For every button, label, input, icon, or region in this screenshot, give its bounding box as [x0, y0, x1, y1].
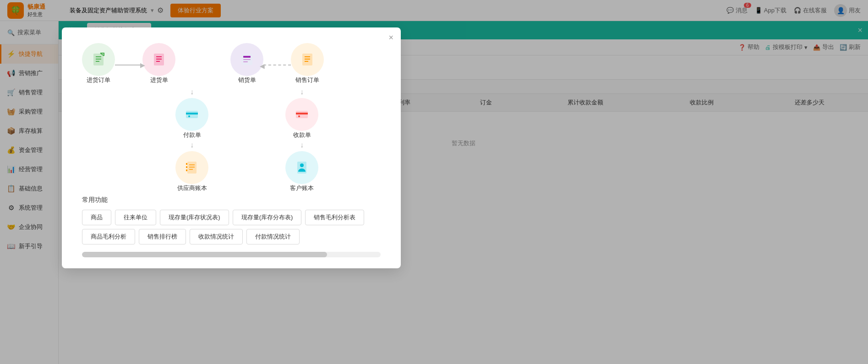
popup: × 进货订单 ▶ 进货单	[62, 27, 401, 268]
sales-order-label: 销售订单	[295, 76, 319, 84]
customer-book-label: 客户账本	[290, 184, 314, 192]
svg-rect-22	[186, 166, 187, 168]
svg-point-31	[300, 163, 304, 167]
flow-item-purchase-order: 进货订单	[82, 43, 115, 84]
func-btn[interactable]: 现存量(库存分布表)	[233, 210, 302, 225]
svg-rect-12	[243, 61, 248, 62]
svg-rect-28	[296, 113, 308, 114]
func-btn[interactable]: 收款情况统计	[190, 229, 243, 244]
func-btn[interactable]: 销售毛利分析表	[305, 210, 364, 225]
purchase-doc-icon	[142, 43, 175, 76]
flow-item-purchase-doc: 进货单	[142, 43, 175, 84]
func-btn[interactable]: 销售排行榜	[139, 229, 186, 244]
purchase-doc-col: ↓ 付款单 ↓ 供应商账本	[164, 86, 219, 192]
func-btn[interactable]: 付款情况统计	[246, 229, 300, 244]
down-arrow-sales: ↓	[300, 88, 304, 96]
scrollbar-thumb	[82, 252, 327, 257]
purchase-doc-label: 进货单	[150, 76, 168, 84]
receipt-doc-label: 收款单	[293, 131, 311, 139]
sales-order-icon	[291, 43, 324, 76]
arrow-purchase-order-to-purchase-doc: ▶	[115, 56, 142, 74]
svg-point-19	[188, 115, 190, 117]
purchase-order-label: 进货订单	[87, 76, 110, 84]
svg-rect-30	[297, 162, 306, 174]
payment-doc-icon	[175, 98, 208, 131]
down-arrow-purchase: ↓	[190, 88, 194, 96]
popup-close-button[interactable]: ×	[388, 33, 393, 43]
func-btn[interactable]: 往来单位	[115, 210, 156, 225]
function-buttons: 商品往来单位现存量(库存状况表)现存量(库存分布表)销售毛利分析表商品毛利分析销…	[82, 210, 381, 244]
svg-rect-10	[243, 56, 251, 58]
flow-item-sales-doc: 销货单	[230, 43, 263, 84]
receipt-doc-icon	[285, 98, 318, 131]
down-arrow-receipt: ↓	[300, 141, 304, 149]
sales-doc-icon	[230, 43, 263, 76]
popup-scrollbar[interactable]	[82, 252, 381, 257]
svg-rect-23	[186, 169, 187, 171]
payment-doc-label: 付款单	[183, 131, 201, 139]
common-functions: 常用功能 商品往来单位现存量(库存状况表)现存量(库存分布表)销售毛利分析表商品…	[73, 196, 390, 244]
svg-point-29	[298, 115, 300, 117]
flow-item-sales-order: 销售订单	[291, 43, 324, 84]
func-btn[interactable]: 商品毛利分析	[82, 229, 135, 244]
flow-diagram: 进货订单 ▶ 进货单 销货单	[73, 38, 390, 257]
svg-rect-11	[243, 59, 251, 60]
func-btn[interactable]: 商品	[82, 210, 111, 225]
common-functions-title: 常用功能	[82, 196, 381, 204]
down-arrow-payment: ↓	[190, 141, 194, 149]
sales-doc-col: ↓ 收款单 ↓ 客户账本	[274, 86, 329, 192]
supplier-book-label: 供应商账本	[177, 184, 207, 192]
purchase-order-icon	[82, 43, 115, 76]
supplier-book-icon	[175, 151, 208, 184]
svg-rect-20	[187, 162, 197, 174]
arrow-sales-order-to-sales-doc: ◀	[263, 56, 291, 74]
sales-doc-label: 销货单	[238, 76, 256, 84]
svg-rect-21	[186, 163, 187, 165]
svg-rect-18	[186, 113, 198, 114]
customer-book-icon	[285, 151, 318, 184]
func-btn[interactable]: 现存量(库存状况表)	[160, 210, 229, 225]
